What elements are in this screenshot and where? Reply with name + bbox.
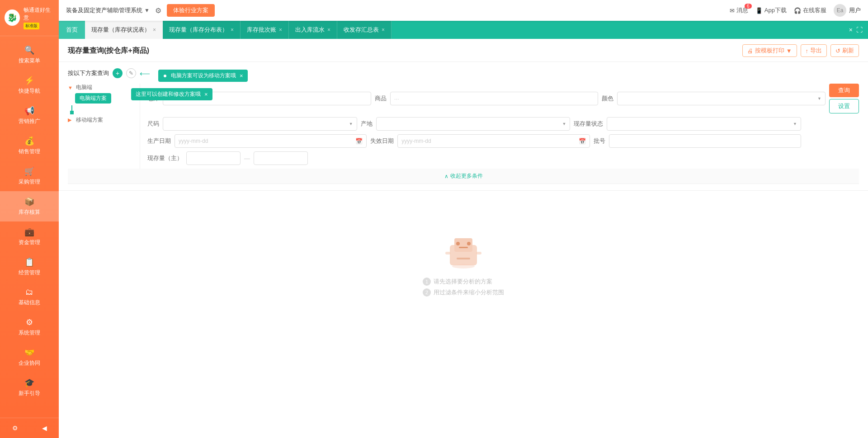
- sidebar-item-basic-info[interactable]: 🗂 基础信息: [0, 282, 59, 312]
- desktop-schemes: 电脑端方案: [75, 93, 135, 104]
- sidebar-item-system[interactable]: ⚙ 系统管理: [0, 312, 59, 342]
- reset-button[interactable]: 设置: [829, 99, 859, 113]
- page-header: 现存量查询(按仓库+商品) 🖨 按模板打印 ▼ ↑ 导出 ↺ 刷新: [59, 39, 868, 62]
- stock-status-select[interactable]: ▼: [607, 117, 801, 131]
- sidebar-item-enterprise[interactable]: 🤝 企业协同: [0, 342, 59, 372]
- tab-close-inout-flow[interactable]: ×: [327, 27, 330, 33]
- tab-close-all[interactable]: ×: [849, 26, 853, 33]
- sidebar-item-ops[interactable]: 📋 经营管理: [0, 252, 59, 282]
- search-button[interactable]: 查询: [829, 84, 859, 97]
- tab-fullscreen[interactable]: ⛶: [856, 26, 863, 33]
- search-menu-icon: 🔍: [24, 45, 34, 55]
- color-arrow: ▼: [817, 96, 821, 101]
- sidebar-item-marketing[interactable]: 📢 营销推广: [0, 100, 59, 131]
- batch-input[interactable]: [609, 134, 801, 148]
- print-icon: 🖨: [747, 47, 753, 54]
- basic-info-icon: 🗂: [25, 287, 33, 297]
- prod-date-placeholder: yyyy-mm-dd: [179, 138, 208, 144]
- svg-rect-4: [459, 247, 468, 248]
- template-print-button[interactable]: 🖨 按模板打印 ▼: [742, 44, 797, 57]
- sidebar-item-purchase[interactable]: 🛒 采购管理: [0, 161, 59, 191]
- desktop-scheme-label: 电脑端: [76, 84, 92, 91]
- header: 装备及固定资产辅助管理系统 ▼ ⚙ 体验行业方案 ✉ 消息 6 📱 App下载 …: [59, 0, 868, 21]
- mobile-expand[interactable]: ▶: [68, 117, 73, 123]
- headset-icon: 🎧: [794, 7, 801, 14]
- quick-nav-icon: ⚡: [24, 75, 34, 85]
- empty-text-container: 1 请先选择要分析的方案 2 用过滤条件来缩小分析范围: [423, 278, 504, 297]
- sidebar-item-finance[interactable]: 💼 资金管理: [0, 221, 59, 252]
- sidebar-logo: 🐉 畅通道好生意 标准版: [0, 0, 59, 36]
- sidebar-item-label: 销售管理: [19, 148, 40, 155]
- tab-inventory-status[interactable]: 现存量（库存状况表） ×: [85, 21, 163, 39]
- color-select[interactable]: ▼: [617, 92, 826, 105]
- message-button[interactable]: ✉ 消息 6: [730, 6, 748, 14]
- size-select[interactable]: ▼: [163, 117, 357, 131]
- settings-icon[interactable]: ⚙: [155, 6, 161, 15]
- tooltip2-close[interactable]: ×: [204, 91, 208, 98]
- filter-body: 这里可以创建和修改方案哦 × ▼ 电脑端: [68, 84, 859, 169]
- active-scheme-name: 电脑端方案: [80, 94, 107, 102]
- expire-date-placeholder: yyyy-mm-dd: [401, 138, 431, 144]
- stock-main-label: 现存量（主）: [147, 154, 183, 162]
- edit-scheme-button[interactable]: ✎: [126, 68, 136, 78]
- refresh-button[interactable]: ↺ 刷新: [830, 44, 859, 57]
- hint-num-1: 1: [423, 278, 431, 286]
- tab-close-inventory-status[interactable]: ×: [153, 27, 156, 33]
- range-sep: —: [244, 155, 250, 162]
- tab-receipt-summary[interactable]: 收发存汇总表 ×: [337, 21, 392, 39]
- settings-button[interactable]: ⚙: [9, 423, 22, 433]
- expire-date-input[interactable]: yyyy-mm-dd 📅: [397, 134, 590, 148]
- user-menu[interactable]: Ea 用户: [834, 4, 861, 17]
- goods-select[interactable]: ···: [390, 92, 599, 105]
- desktop-expand[interactable]: ▼: [68, 85, 73, 90]
- prod-date-label: 生产日期: [147, 137, 171, 145]
- hint-num-2: 2: [423, 288, 431, 297]
- tab-close-inventory-dist[interactable]: ×: [231, 27, 234, 33]
- tab-close-batch-ledger[interactable]: ×: [279, 27, 282, 33]
- tab-close-receipt-summary[interactable]: ×: [382, 27, 385, 33]
- system-selector[interactable]: 装备及固定资产辅助管理系统 ▼: [66, 6, 150, 14]
- filter-section: 按以下方案查询 + ✎ ⟵ 电脑方案可设为移动方案哦 ×: [59, 62, 868, 191]
- sidebar-item-sales[interactable]: 💰 销售管理: [0, 131, 59, 161]
- sidebar-item-label: 库存核算: [19, 208, 40, 216]
- scheme-mobile-header: ▶ 移动端方案: [68, 116, 135, 124]
- svg-rect-5: [445, 252, 451, 254]
- collapse-sidebar-button[interactable]: ◀: [38, 423, 51, 433]
- arrow-left-button[interactable]: ⟵: [140, 69, 150, 78]
- avatar: Ea: [834, 4, 846, 17]
- beginner-icon: 🎓: [24, 378, 34, 388]
- phone-icon: 📱: [755, 7, 763, 14]
- prod-date-input[interactable]: yyyy-mm-dd 📅: [175, 134, 367, 148]
- sidebar-item-inventory[interactable]: 📦 库存核算: [0, 191, 59, 221]
- app-download-button[interactable]: 📱 App下载: [755, 6, 787, 14]
- tab-inout-flow[interactable]: 出入库流水 ×: [289, 21, 337, 39]
- filter-row-2: 尺码 ▼ 产地 ▼ 现存量状态 ▼: [147, 117, 859, 131]
- scheme-list: ▼ 电脑端 电脑端方案: [68, 84, 135, 124]
- sidebar-nav: 🔍 搜索菜单 ⚡ 快捷导航 📢 营销推广 💰 销售管理 🛒 采购管理 📦 库存核…: [0, 36, 59, 418]
- stock-min-input[interactable]: [186, 151, 241, 165]
- sidebar-item-search-menu[interactable]: 🔍 搜索菜单: [0, 40, 59, 70]
- sidebar-item-quick-nav[interactable]: ⚡ 快捷导航: [0, 70, 59, 100]
- tab-batch-ledger[interactable]: 库存批次账 ×: [241, 21, 289, 39]
- sidebar-item-beginner[interactable]: 🎓 新手引导: [0, 372, 59, 403]
- tab-inventory-dist[interactable]: 现存量（库存分布表） ×: [163, 21, 241, 39]
- tooltip1-close[interactable]: ×: [240, 72, 243, 79]
- sidebar-item-label: 基础信息: [19, 299, 40, 306]
- system-icon: ⚙: [26, 317, 33, 327]
- hint-text-2: 用过滤条件来缩小分析范围: [434, 288, 504, 297]
- collapse-bar[interactable]: ∧ 收起更多条件: [68, 169, 859, 184]
- dropdown-arrow: ▼: [786, 47, 792, 54]
- main-content: 现存量查询(按仓库+商品) 🖨 按模板打印 ▼ ↑ 导出 ↺ 刷新: [59, 39, 868, 438]
- add-scheme-button[interactable]: +: [113, 68, 123, 78]
- batch-label: 批号: [594, 137, 605, 145]
- logo-text: 畅通道好生意 标准版: [24, 6, 54, 29]
- stock-max-input[interactable]: [254, 151, 308, 165]
- export-icon: ↑: [806, 47, 809, 54]
- calendar-icon-expire: 📅: [579, 138, 586, 145]
- solution-button[interactable]: 体验行业方案: [167, 4, 215, 17]
- online-service-button[interactable]: 🎧 在线客服: [794, 6, 826, 14]
- export-button[interactable]: ↑ 导出: [801, 44, 827, 57]
- tab-home[interactable]: 首页: [59, 21, 85, 39]
- active-scheme-badge[interactable]: 电脑端方案: [75, 93, 111, 104]
- origin-select[interactable]: ▼: [376, 117, 571, 131]
